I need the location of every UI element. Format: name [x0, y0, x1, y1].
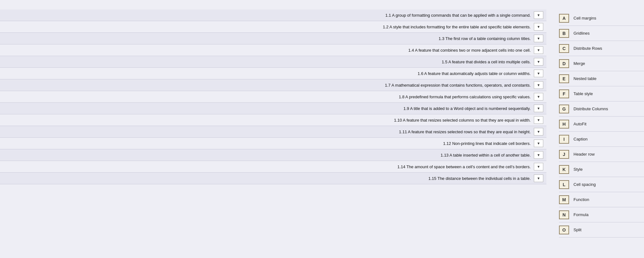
dropdown-9[interactable]: ▼ — [534, 105, 543, 112]
question-text-10: 1.10 A feature that resizes selected col… — [9, 118, 534, 123]
letter-box-M: M — [559, 195, 569, 204]
answer-label-N: Formula — [573, 212, 589, 217]
answer-row-H: HAutoFit — [559, 117, 644, 132]
dropdown-10[interactable]: ▼ — [534, 116, 543, 124]
answer-row-D: DMerge — [559, 56, 644, 71]
question-row: 1.8 A predefined formula that performs c… — [0, 91, 546, 103]
dropdown-12[interactable]: ▼ — [534, 140, 543, 147]
question-text-1: 1.1 A group of formatting commands that … — [9, 13, 534, 18]
page: 1.1 A group of formatting commands that … — [0, 0, 644, 258]
answer-row-F: FTable style — [559, 86, 644, 101]
answer-label-E: Nested table — [573, 76, 596, 81]
answer-label-K: Style — [573, 167, 583, 172]
letter-box-L: L — [559, 180, 569, 189]
question-row: 1.3 The first row of a table containing … — [0, 33, 546, 44]
answer-row-C: CDistribute Rows — [559, 41, 644, 56]
answer-label-J: Header row — [573, 152, 595, 157]
question-text-6: 1.6 A feature that automatically adjusts… — [9, 71, 534, 76]
letter-box-B: B — [559, 29, 569, 38]
letter-box-A: A — [559, 14, 569, 23]
answer-row-O: OSplit — [559, 222, 644, 238]
answer-label-G: Distribute Columns — [573, 106, 608, 111]
answer-label-B: Gridlines — [573, 31, 590, 36]
answer-label-C: Distribute Rows — [573, 46, 602, 51]
answer-row-I: ICaption — [559, 132, 644, 147]
page-title — [0, 3, 644, 6]
letter-box-D: D — [559, 59, 569, 68]
letter-box-I: I — [559, 135, 569, 144]
letter-box-O: O — [559, 226, 569, 234]
dropdown-1[interactable]: ▼ — [534, 11, 543, 19]
dropdown-2[interactable]: ▼ — [534, 23, 543, 31]
answer-row-L: LCell spacing — [559, 177, 644, 192]
answer-label-M: Function — [573, 197, 589, 202]
dropdown-13[interactable]: ▼ — [534, 151, 543, 159]
question-text-4: 1.4 A feature that combines two or more … — [9, 48, 534, 53]
letter-box-H: H — [559, 120, 569, 129]
question-row: 1.5 A feature that divides a cell into m… — [0, 56, 546, 68]
answer-label-F: Table style — [573, 91, 593, 96]
question-row: 1.7 A mathematical expression that conta… — [0, 79, 546, 91]
letter-box-K: K — [559, 165, 569, 174]
question-row: 1.1 A group of formatting commands that … — [0, 9, 546, 21]
answer-row-K: KStyle — [559, 162, 644, 177]
dropdown-11[interactable]: ▼ — [534, 128, 543, 135]
answer-row-E: ENested table — [559, 71, 644, 86]
answer-label-A: Cell margins — [573, 16, 596, 20]
letter-box-E: E — [559, 74, 569, 83]
question-text-15: 1.15 The distance between the individual… — [9, 176, 534, 181]
answer-row-A: ACell margins — [559, 11, 644, 26]
dropdown-15[interactable]: ▼ — [534, 175, 543, 182]
answer-row-N: NFormula — [559, 207, 644, 222]
dropdown-6[interactable]: ▼ — [534, 70, 543, 77]
answer-label-D: Merge — [573, 61, 585, 66]
question-text-13: 1.13 A table inserted within a cell of a… — [9, 153, 534, 158]
answer-label-L: Cell spacing — [573, 182, 596, 187]
question-row: 1.13 A table inserted within a cell of a… — [0, 149, 546, 161]
question-row: 1.12 Non-printing lines that indicate ce… — [0, 138, 546, 149]
answer-label-O: Split — [573, 227, 581, 232]
question-row: 1.15 The distance between the individual… — [0, 173, 546, 184]
question-text-5: 1.5 A feature that divides a cell into m… — [9, 60, 534, 64]
question-text-7: 1.7 A mathematical expression that conta… — [9, 83, 534, 88]
question-row: 1.9 A title that is added to a Word obje… — [0, 103, 546, 114]
answer-row-G: GDistribute Columns — [559, 101, 644, 117]
question-text-8: 1.8 A predefined formula that performs c… — [9, 95, 534, 99]
answer-row-M: MFunction — [559, 192, 644, 207]
right-panel: ACell marginsBGridlinesCDistribute RowsD… — [556, 9, 644, 238]
main-layout: 1.1 A group of formatting commands that … — [0, 9, 644, 238]
answer-row-B: BGridlines — [559, 26, 644, 41]
dropdown-14[interactable]: ▼ — [534, 163, 543, 170]
question-text-12: 1.12 Non-printing lines that indicate ce… — [9, 141, 534, 146]
answer-row-J: JHeader row — [559, 147, 644, 162]
question-row: 1.14 The amount of space between a cell’… — [0, 161, 546, 173]
question-text-2: 1.2 A style that includes formatting for… — [9, 25, 534, 29]
question-row: 1.2 A style that includes formatting for… — [0, 21, 546, 33]
letter-box-N: N — [559, 210, 569, 219]
dropdown-5[interactable]: ▼ — [534, 58, 543, 66]
letter-box-C: C — [559, 44, 569, 53]
page-subtitle — [0, 6, 644, 9]
dropdown-8[interactable]: ▼ — [534, 93, 543, 100]
question-row: 1.6 A feature that automatically adjusts… — [0, 68, 546, 79]
letter-box-F: F — [559, 89, 569, 98]
letter-box-G: G — [559, 105, 569, 113]
question-text-3: 1.3 The first row of a table containing … — [9, 36, 534, 41]
question-text-11: 1.11 A feature that resizes selected row… — [9, 129, 534, 134]
question-text-9: 1.9 A title that is added to a Word obje… — [9, 106, 534, 111]
dropdown-4[interactable]: ▼ — [534, 46, 543, 54]
answer-label-I: Caption — [573, 137, 588, 141]
question-row: 1.11 A feature that resizes selected row… — [0, 126, 546, 138]
divider — [546, 9, 556, 238]
dropdown-7[interactable]: ▼ — [534, 81, 543, 89]
question-row: 1.10 A feature that resizes selected col… — [0, 114, 546, 126]
dropdown-3[interactable]: ▼ — [534, 35, 543, 42]
question-row: 1.4 A feature that combines two or more … — [0, 44, 546, 56]
question-text-14: 1.14 The amount of space between a cell’… — [9, 164, 534, 169]
left-panel: 1.1 A group of formatting commands that … — [0, 9, 546, 238]
answer-label-H: AutoFit — [573, 122, 586, 126]
letter-box-J: J — [559, 150, 569, 159]
